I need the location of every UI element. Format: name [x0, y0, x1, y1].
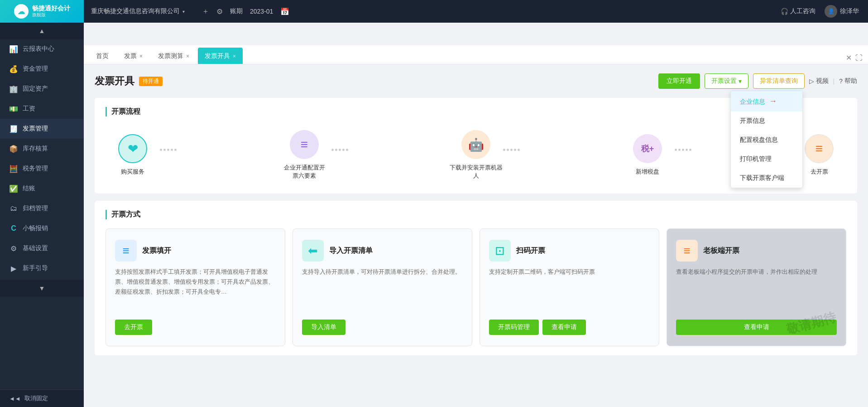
logo-area: ☁ 畅捷通好会计 旗舰版 — [0, 0, 84, 23]
activate-button[interactable]: 立即开通 — [658, 73, 700, 89]
method-card-fill: ≡ 发票填开 支持按照发票样式手工填开发票；可开具增值税电子普通发票、增值税普通… — [106, 228, 285, 346]
card-import-icon: ⬅ — [302, 240, 324, 262]
flow-step-addtax: 税+ 新增税盘 — [620, 134, 675, 176]
invoice-info-label: 开票信息 — [740, 117, 765, 124]
settings-button[interactable]: 开票设置 ▾ — [705, 73, 748, 89]
dropdown-arrow-icon: ▾ — [739, 78, 742, 85]
sidebar-item-gongzi[interactable]: 💵 工资 — [0, 99, 84, 119]
sidebar-item-label: 发票管理 — [23, 125, 48, 133]
dropdown-item-invoice-info[interactable]: 开票信息 — [731, 111, 802, 131]
methods-section: 开票方式 ≡ 发票填开 支持按照发票样式手工填开发票；可开具增值税电子普通发票、… — [95, 201, 857, 355]
sidebar-item-kucun[interactable]: 📦 库存核算 — [0, 139, 84, 159]
flow-step-buy: ❤ 购买服务 — [106, 134, 160, 176]
kucun-icon: 📦 — [9, 144, 18, 153]
expand-icon[interactable]: ⛶ — [855, 54, 863, 62]
tab-home[interactable]: 首页 — [89, 48, 115, 64]
sidebar-item-zijin[interactable]: 💰 资金管理 — [0, 59, 84, 79]
card-fill-desc: 支持按照发票样式手工填开发票；可开具增值税电子普通发票、增值税普通发票、增值税专… — [115, 267, 276, 314]
tab-fapiao[interactable]: 发票 × — [117, 48, 149, 64]
tab-fapiao-label: 发票 — [124, 52, 137, 60]
sidebar-item-fapiao[interactable]: 🧾 发票管理 — [0, 119, 84, 139]
settings-icon[interactable]: ⚙ — [216, 7, 223, 16]
period-label: 账期 — [230, 7, 243, 15]
flow-step-config: ≡ 企业开通配置开票六要素 — [277, 130, 331, 180]
app-name: 畅捷通好会计 — [32, 5, 70, 12]
sidebar-item-jiezhang[interactable]: ✅ 结账 — [0, 179, 84, 199]
card-boss-title: 老板端开票 — [703, 246, 739, 256]
dropdown-item-download-client[interactable]: 下载开票客户端 — [731, 169, 802, 188]
tab-close-kaiuju[interactable]: × — [233, 53, 236, 59]
sidebar-item-xiaochang[interactable]: C 小畅报销 — [0, 218, 84, 238]
add-icon[interactable]: ＋ — [202, 7, 209, 16]
consult-button[interactable]: 🎧 人工咨询 — [781, 7, 815, 15]
sidebar-scroll-down[interactable]: ▼ — [0, 280, 84, 296]
download-client-label: 下载开票客户端 — [740, 174, 784, 181]
step-config-icon: ≡ — [290, 130, 319, 159]
top-bar: ☁ 畅捷通好会计 旗舰版 重庆畅捷交通信息咨询有限公司 ▾ ＋ ⚙ 账期 202… — [0, 0, 868, 23]
tab-close-cesuan[interactable]: × — [186, 53, 189, 59]
gongzi-icon: 💵 — [9, 104, 18, 113]
user-info[interactable]: 👤 徐泽华 — [825, 5, 859, 18]
play-icon: ▷ — [809, 78, 814, 85]
sidebar-item-guding[interactable]: 🏢 固定资产 — [0, 79, 84, 99]
card-boss-header: ≡ 老板端开票 — [676, 240, 837, 262]
sidebar: ▲ 📊 云报表中心 💰 资金管理 🏢 固定资产 💵 工资 🧾 发票管理 📦 库存… — [0, 23, 84, 407]
cloud-icon: ☁ — [18, 7, 25, 16]
guding-icon: 🏢 — [9, 84, 18, 93]
card-fill-header: ≡ 发票填开 — [115, 240, 276, 262]
logo-icon: ☁ — [14, 4, 29, 19]
sidebar-item-yunbao[interactable]: 📊 云报表中心 — [0, 39, 84, 59]
consult-label: 人工咨询 — [790, 7, 815, 15]
page-content: 发票开具 待开通 立即开通 开票设置 ▾ 异常清单查询 ▷ 视频 | ? 帮助 — [84, 64, 868, 407]
help-link[interactable]: ? 帮助 — [839, 77, 857, 85]
dropdown-item-tax-config[interactable]: 配置税盘信息 — [731, 131, 802, 150]
card-fill-btn[interactable]: 去开票 — [115, 320, 152, 335]
card-scan-desc: 支持定制开票二维码，客户端可扫码开票 — [489, 267, 650, 314]
step-invoice-label: 去开票 — [810, 168, 828, 176]
dropdown-item-printer-mgmt[interactable]: 打印机管理 — [731, 150, 802, 169]
red-arrow-icon: → — [769, 97, 777, 106]
card-import-btn[interactable]: 导入清单 — [302, 320, 345, 335]
card-fill-title: 发票填开 — [142, 246, 171, 256]
sidebar-item-jichu[interactable]: ⚙ 基础设置 — [0, 238, 84, 258]
main-area: 首页 发票 × 发票测算 × 发票开具 × ✕ ⛶ 发票开具 待开通 立即开通 — [84, 45, 868, 407]
headset-icon: 🎧 — [781, 8, 788, 15]
flow-step-download: 🤖 下载并安装开票机器人 — [449, 130, 503, 180]
tab-home-label: 首页 — [96, 52, 109, 60]
settings-label: 开票设置 — [711, 77, 737, 85]
page-title: 发票开具 — [95, 74, 134, 88]
step-connector-3 — [503, 149, 620, 151]
tab-fapiao-cesuan[interactable]: 发票测算 × — [151, 48, 196, 64]
cancel-pin-label: 取消固定 — [24, 394, 48, 402]
close-tab-icon[interactable]: ✕ — [846, 53, 852, 62]
card-import-header: ⬅ 导入开票清单 — [302, 240, 463, 262]
sidebar-item-label: 新手引导 — [23, 264, 48, 272]
sidebar-scroll-up[interactable]: ▲ — [0, 23, 84, 39]
tab-fapiao-kaiuju[interactable]: 发票开具 × — [198, 48, 243, 64]
step-connector-2 — [331, 149, 449, 151]
calendar-icon[interactable]: 📅 — [280, 7, 289, 16]
sidebar-item-shuiwu[interactable]: 🧮 税务管理 — [0, 159, 84, 179]
top-right: 🎧 人工咨询 👤 徐泽华 — [781, 5, 868, 18]
sidebar-item-guidang[interactable]: 🗂 归档管理 — [0, 199, 84, 218]
company-selector[interactable]: 重庆畅捷交通信息咨询有限公司 ▾ — [84, 0, 195, 23]
avatar: 👤 — [825, 5, 837, 18]
card-import-desc: 支持导入待开票清单，可对待开票清单进行拆分、合并处理。 — [302, 267, 463, 314]
step-download-label: 下载并安装开票机器人 — [449, 164, 503, 180]
exception-button[interactable]: 异常清单查询 — [753, 73, 805, 89]
card-scan-btn1[interactable]: 开票码管理 — [489, 320, 539, 335]
sidebar-cancel-pin[interactable]: ◄◄ 取消固定 — [0, 389, 84, 407]
zijin-icon: 💰 — [9, 64, 18, 73]
sidebar-item-xinshou[interactable]: ▶ 新手引导 — [0, 258, 84, 278]
tab-close-fapiao[interactable]: × — [139, 53, 143, 59]
card-scan-btn2[interactable]: 查看申请 — [542, 320, 586, 335]
pin-icon: ◄◄ — [9, 395, 21, 402]
step-config-label: 企业开通配置开票六要素 — [282, 164, 327, 180]
method-card-boss: ≡ 老板端开票 查看老板端小程序提交的开票申请，并作出相应的处理 查看申请 敬请… — [667, 228, 846, 346]
video-link[interactable]: ▷ 视频 — [809, 77, 829, 85]
dropdown-item-company-info[interactable]: 企业信息 → — [731, 91, 802, 111]
sidebar-item-label: 税务管理 — [23, 165, 48, 173]
step-buy-icon: ❤ — [118, 134, 147, 163]
page-header: 发票开具 待开通 立即开通 开票设置 ▾ 异常清单查询 ▷ 视频 | ? 帮助 — [95, 73, 857, 89]
card-boss-desc: 查看老板端小程序提交的开票申请，并作出相应的处理 — [676, 267, 837, 314]
